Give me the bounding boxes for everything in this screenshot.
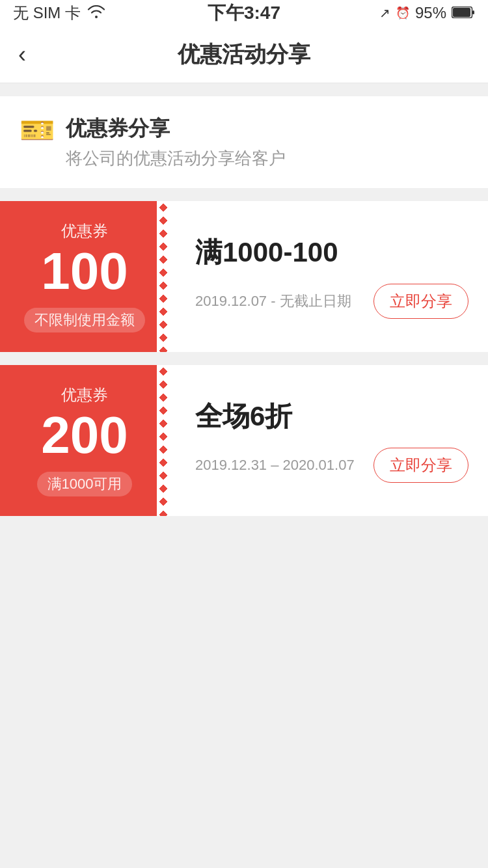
coupon-condition-1: 满1000可用	[37, 472, 133, 496]
share-button-0[interactable]: 立即分享	[373, 284, 468, 319]
coupon-date-0: 2019.12.07 - 无截止日期	[195, 292, 351, 311]
status-left: 无 SIM 卡	[13, 3, 105, 23]
navigation-bar: ‹ 优惠活动分享	[0, 26, 488, 83]
battery-text: 95%	[415, 4, 446, 22]
coupon-card: 优惠券 100 不限制使用金额 满1000-100 2019.12.07 - 无…	[0, 201, 488, 352]
alarm-icon: ⏰	[396, 6, 410, 20]
wifi-icon	[87, 4, 105, 22]
bottom-area	[0, 529, 488, 789]
coupon-name-0: 满1000-100	[195, 234, 468, 271]
status-bar: 无 SIM 卡 下午3:47 ↗ ⏰ 95%	[0, 0, 488, 26]
coupon-bottom-row-1: 2019.12.31 – 2020.01.07 立即分享	[195, 448, 468, 483]
coupon-amount-1: 200	[41, 409, 128, 461]
carrier-text: 无 SIM 卡	[13, 3, 81, 23]
coupon-list: 优惠券 100 不限制使用金额 满1000-100 2019.12.07 - 无…	[0, 201, 488, 529]
coupon-right-1: 全场6折 2019.12.31 – 2020.01.07 立即分享	[169, 365, 488, 516]
battery-icon	[452, 4, 475, 22]
coupon-left-1: 优惠券 200 满1000可用	[0, 365, 169, 516]
coupon-section-icon: 🎫	[20, 116, 55, 144]
share-button-1[interactable]: 立即分享	[373, 448, 468, 483]
status-right: ↗ ⏰ 95%	[379, 4, 475, 22]
coupon-bottom-row-0: 2019.12.07 - 无截止日期 立即分享	[195, 284, 468, 319]
location-icon: ↗	[379, 5, 390, 21]
section-header: 🎫 优惠券分享 将公司的优惠活动分享给客户	[0, 96, 488, 188]
status-time: 下午3:47	[208, 1, 280, 25]
page-title: 优惠活动分享	[178, 40, 310, 70]
section-text: 优惠券分享 将公司的优惠活动分享给客户	[66, 115, 286, 170]
coupon-amount-0: 100	[41, 245, 128, 297]
section-subtitle: 将公司的优惠活动分享给客户	[66, 147, 286, 170]
coupon-label-0: 优惠券	[61, 221, 108, 241]
coupon-card: 优惠券 200 满1000可用 全场6折 2019.12.31 – 2020.0…	[0, 365, 488, 516]
coupon-date-1: 2019.12.31 – 2020.01.07	[195, 457, 355, 474]
svg-rect-2	[472, 10, 474, 14]
section-title: 优惠券分享	[66, 115, 286, 143]
coupon-name-1: 全场6折	[195, 398, 468, 435]
back-button[interactable]: ‹	[18, 41, 26, 68]
svg-rect-1	[453, 8, 470, 17]
coupon-right-0: 满1000-100 2019.12.07 - 无截止日期 立即分享	[169, 201, 488, 352]
coupon-condition-0: 不限制使用金额	[24, 308, 145, 332]
coupon-left-0: 优惠券 100 不限制使用金额	[0, 201, 169, 352]
coupon-label-1: 优惠券	[61, 385, 108, 405]
